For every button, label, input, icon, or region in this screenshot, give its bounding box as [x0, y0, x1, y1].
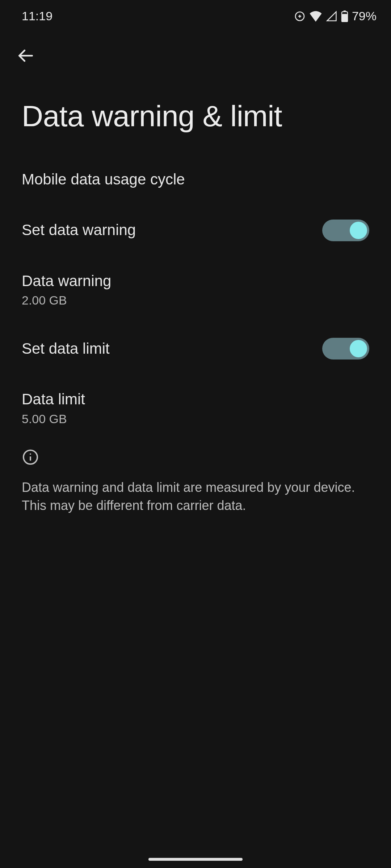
- row-set-data-limit[interactable]: Set data limit: [22, 323, 369, 375]
- row-cycle[interactable]: Mobile data usage cycle: [22, 155, 369, 204]
- back-button[interactable]: [14, 45, 36, 67]
- data-saver-icon: [294, 10, 306, 22]
- status-bar: 11:19 79%: [0, 0, 391, 23]
- info-text: Data warning and data limit are measured…: [22, 478, 369, 515]
- row-cycle-title: Mobile data usage cycle: [22, 170, 369, 189]
- row-warning-value: 2.00 GB: [22, 293, 369, 307]
- row-limit-value: 5.00 GB: [22, 412, 369, 426]
- row-set-limit-title: Set data limit: [22, 339, 322, 358]
- signal-icon: [326, 11, 337, 22]
- row-limit-title: Data limit: [22, 390, 369, 409]
- switch-thumb: [350, 340, 367, 357]
- row-set-warning-title: Set data warning: [22, 221, 322, 240]
- wifi-icon: [309, 11, 322, 22]
- info-icon: [22, 448, 39, 466]
- row-warning-title: Data warning: [22, 272, 369, 291]
- page-title: Data warning & limit: [0, 74, 391, 155]
- status-right: 79%: [294, 9, 377, 23]
- row-data-warning[interactable]: Data warning 2.00 GB: [22, 256, 369, 323]
- switch-set-data-limit[interactable]: [322, 338, 369, 359]
- row-data-limit[interactable]: Data limit 5.00 GB: [22, 375, 369, 441]
- status-time: 11:19: [22, 9, 52, 23]
- svg-point-9: [30, 453, 31, 455]
- svg-rect-5: [342, 14, 348, 22]
- app-bar: [0, 23, 391, 74]
- switch-set-data-warning[interactable]: [322, 220, 369, 241]
- switch-thumb: [350, 222, 367, 239]
- battery-percent: 79%: [352, 9, 377, 23]
- info-section: Data warning and data limit are measured…: [0, 441, 391, 515]
- nav-indicator: [148, 858, 243, 861]
- battery-icon: [341, 10, 348, 22]
- row-set-data-warning[interactable]: Set data warning: [22, 204, 369, 256]
- back-arrow-icon: [16, 47, 34, 65]
- settings-list: Mobile data usage cycle Set data warning…: [0, 155, 391, 441]
